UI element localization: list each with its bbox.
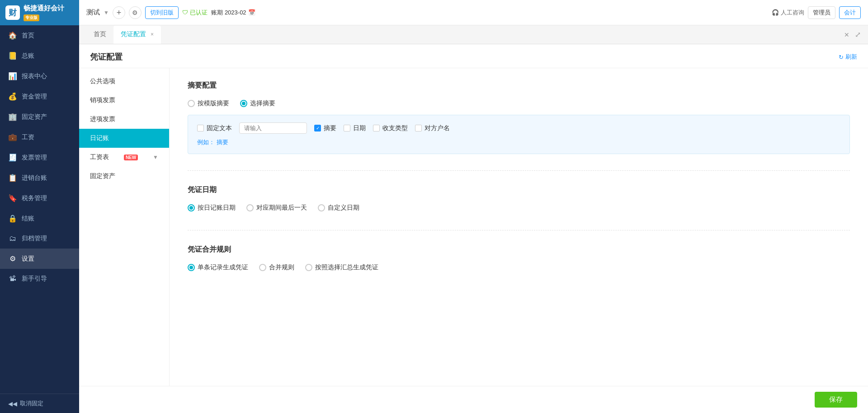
page-content: 凭证配置 ↻ 刷新 公共选项 销项发票 进项发票 日记账 <box>79 44 868 413</box>
accountant-button[interactable]: 会计 <box>839 6 861 19</box>
reports-icon: 📊 <box>8 72 17 80</box>
merge-section: 凭证合并规则 单条记录生成凭证 合并规则 按照选择汇总生成凭证 <box>188 245 850 290</box>
checkbox-summary[interactable]: ✓ 摘要 <box>314 124 336 132</box>
topbar: 测试 ▼ + ⚙ 切到旧版 🛡 已认证 账期 2023-02 📅 🎧 人工咨询 … <box>79 0 868 25</box>
topbar-settings-button[interactable]: ⚙ <box>129 6 142 19</box>
close-sidebar-icon: 🔒 <box>8 214 17 223</box>
period-display: 账期 2023-02 📅 <box>211 9 255 17</box>
page-title: 凭证配置 <box>90 52 123 62</box>
merge-radio-single[interactable]: 单条记录生成凭证 <box>188 263 248 272</box>
nav-item-fixed-assets[interactable]: 固定资产 <box>79 167 169 186</box>
sidebar-scroll: 🏠 首页 📒 总账 📊 报表中心 💰 资金管理 🏢 固定资产 💼 工资 🧾 发票… <box>0 25 79 394</box>
radio-label-custom: 自定义日期 <box>328 204 359 212</box>
sidebar-item-assets[interactable]: 🏢 固定资产 <box>0 107 79 127</box>
radio-circle-select-merge <box>305 264 312 271</box>
nav-label-journal: 日记账 <box>90 134 109 141</box>
sidebar-label-invoice: 发票管理 <box>22 154 47 162</box>
checkbox-counterpart-box <box>415 125 422 131</box>
save-button[interactable]: 保存 <box>815 392 857 408</box>
bottom-bar: 保存 <box>79 386 868 413</box>
summary-radio-select[interactable]: 选择摘要 <box>240 99 275 108</box>
logo-main-text: 畅捷通好会计 <box>24 4 64 13</box>
checkbox-fixed-text[interactable]: 固定文本 <box>197 124 232 132</box>
sidebar-label-assets: 固定资产 <box>22 113 47 121</box>
invoice-icon: 🧾 <box>8 153 17 162</box>
date-radio-journal[interactable]: 按日记账日期 <box>188 204 236 212</box>
radio-circle-journal <box>188 204 195 211</box>
page-header: 凭证配置 ↻ 刷新 <box>79 44 868 68</box>
sidebar-pro-badge: 专业版 <box>24 14 39 21</box>
nav-item-sales[interactable]: 销项发票 <box>79 91 169 110</box>
sidebar-item-guide[interactable]: 📽 新手引导 <box>0 269 79 289</box>
refresh-label: 刷新 <box>845 53 857 61</box>
summary-options-row: 固定文本 ✓ 摘要 日期 <box>197 122 840 134</box>
manager-button[interactable]: 管理员 <box>808 6 835 19</box>
sidebar-bottom: ◀◀ 取消固定 <box>0 394 79 413</box>
nav-item-journal[interactable]: 日记账 <box>79 129 169 148</box>
cancel-fixed-button[interactable]: ◀◀ 取消固定 <box>8 399 71 408</box>
sidebar-item-finance[interactable]: 💰 资金管理 <box>0 86 79 107</box>
merge-radio-select[interactable]: 按照选择汇总生成凭证 <box>305 263 378 272</box>
nav-label-public: 公共选项 <box>90 77 115 84</box>
sidebar-item-ledger[interactable]: 📒 总账 <box>0 46 79 66</box>
sidebar-item-settings[interactable]: ⚙ 设置 <box>0 249 79 269</box>
company-name: 测试 <box>86 8 100 17</box>
radio-label-single: 单条记录生成凭证 <box>198 263 248 272</box>
sidebar-item-reports[interactable]: 📊 报表中心 <box>0 66 79 86</box>
fixed-text-input[interactable] <box>239 122 307 134</box>
date-section-title: 凭证日期 <box>188 185 850 195</box>
radio-label-period-last: 对应期间最后一天 <box>256 204 307 212</box>
headset-icon: 🎧 <box>772 9 779 16</box>
tab-voucher-config[interactable]: 凭证配置 × <box>113 26 161 44</box>
add-company-button[interactable]: + <box>113 6 125 19</box>
checkbox-label-counterpart: 对方户名 <box>425 124 450 132</box>
checkbox-date[interactable]: 日期 <box>344 124 366 132</box>
company-dropdown-icon[interactable]: ▼ <box>104 9 109 16</box>
sidebar-item-close[interactable]: 🔒 结账 <box>0 208 79 229</box>
tab-home[interactable]: 首页 <box>86 26 113 44</box>
radio-label-template: 按模版摘要 <box>198 99 229 108</box>
nav-item-payroll-table[interactable]: 工资表 NEW ▼ <box>79 148 169 167</box>
period-value: 2023-02 <box>225 9 246 16</box>
date-radio-custom[interactable]: 自定义日期 <box>318 204 359 212</box>
merge-radio-rule[interactable]: 合并规则 <box>259 263 294 272</box>
merge-radio-group: 单条记录生成凭证 合并规则 按照选择汇总生成凭证 <box>188 263 850 272</box>
radio-label-select: 选择摘要 <box>250 99 275 108</box>
fullscreen-icon[interactable]: ⤢ <box>855 30 861 39</box>
nav-item-public[interactable]: 公共选项 <box>79 72 169 91</box>
sidebar-label-guide: 新手引导 <box>22 275 47 283</box>
close-window-icon[interactable]: ✕ <box>844 31 849 38</box>
switch-old-version-button[interactable]: 切到旧版 <box>145 6 179 19</box>
main-area: 测试 ▼ + ⚙ 切到旧版 🛡 已认证 账期 2023-02 📅 🎧 人工咨询 … <box>79 0 868 413</box>
refresh-button[interactable]: ↻ 刷新 <box>839 53 857 61</box>
checkbox-payment-type[interactable]: 收支类型 <box>373 124 408 132</box>
sidebar-item-trade[interactable]: 📋 进销台账 <box>0 168 79 188</box>
sidebar-label-payroll: 工资 <box>22 133 34 141</box>
date-section: 凭证日期 按日记账日期 对应期间最后一天 自定义日期 <box>188 185 850 230</box>
tab-close-icon[interactable]: × <box>151 31 154 38</box>
sidebar-label-settings: 设置 <box>22 255 34 263</box>
guide-icon: 📽 <box>8 275 17 283</box>
consult-button[interactable]: 🎧 人工咨询 <box>772 9 804 17</box>
sidebar-item-payroll[interactable]: 💼 工资 <box>0 127 79 147</box>
checkbox-payment-type-box <box>373 125 380 131</box>
radio-circle-rule <box>259 264 266 271</box>
archive-icon: 🗂 <box>8 235 17 243</box>
tab-bar: 首页 凭证配置 × ✕ ⤢ <box>79 25 868 44</box>
sidebar-label-home: 首页 <box>22 32 34 40</box>
sidebar-item-tax[interactable]: 🔖 税务管理 <box>0 188 79 208</box>
merge-section-title: 凭证合并规则 <box>188 245 850 254</box>
date-radio-group: 按日记账日期 对应期间最后一天 自定义日期 <box>188 204 850 212</box>
sidebar-item-archive[interactable]: 🗂 归档管理 <box>0 229 79 249</box>
date-radio-period-last[interactable]: 对应期间最后一天 <box>246 204 307 212</box>
nav-item-purchase[interactable]: 进项发票 <box>79 110 169 129</box>
finance-icon: 💰 <box>8 92 17 101</box>
sidebar-item-home[interactable]: 🏠 首页 <box>0 25 79 46</box>
ledger-icon: 📒 <box>8 52 17 60</box>
left-nav: 公共选项 销项发票 进项发票 日记账 工资表 NEW ▼ <box>79 68 170 386</box>
logo-icon: 财 <box>5 5 20 20</box>
sidebar-item-invoice[interactable]: 🧾 发票管理 <box>0 147 79 168</box>
calendar-icon[interactable]: 📅 <box>248 9 255 16</box>
summary-radio-template[interactable]: 按模版摘要 <box>188 99 229 108</box>
checkbox-counterpart[interactable]: 对方户名 <box>415 124 450 132</box>
